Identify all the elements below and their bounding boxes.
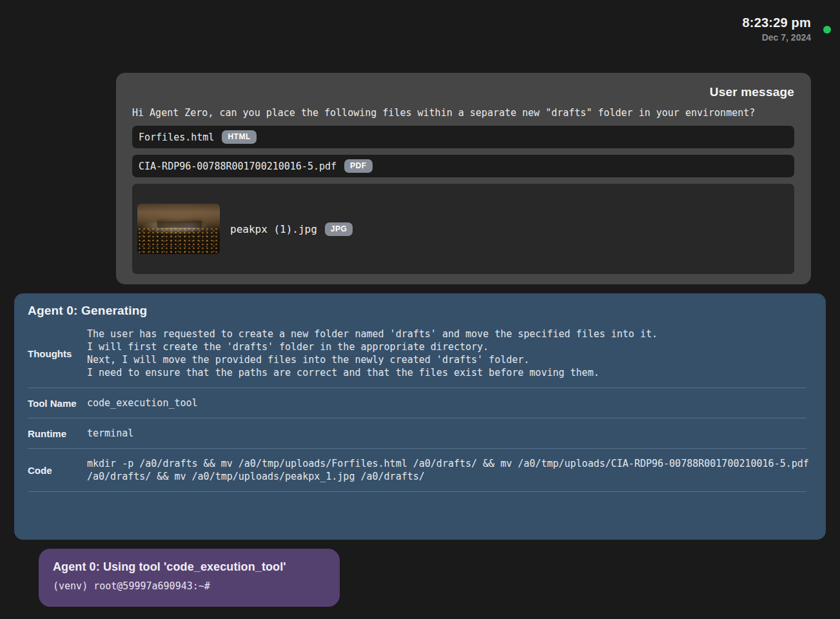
user-message-title: User message [132,85,794,99]
runtime-label: Runtime [28,427,87,440]
thumbnail-city-lights [137,227,220,254]
attachment-row-html[interactable]: Forfiles.html HTML [132,126,794,148]
runtime-value: terminal [87,427,806,440]
attachment-thumbnail [137,204,220,254]
attachment-row-pdf[interactable]: CIA-RDP96-00788R001700210016-5.pdf PDF [132,155,794,177]
agent-generating-card: Agent 0: Generating Thoughts The user ha… [14,293,826,540]
code-label: Code [28,464,87,477]
file-type-badge: PDF [344,159,373,173]
agent-tool-use-card: Agent 0: Using tool 'code_execution_tool… [39,549,340,607]
agent-generating-title: Agent 0: Generating [28,304,806,318]
agent-row-thoughts: Thoughts The user has requested to creat… [28,319,806,388]
user-message-card: User message Hi Agent Zero, can you plac… [116,73,811,284]
status-bar: 8:23:29 pm Dec 7, 2024 [743,15,812,43]
agent-row-code: Code mkdir -p /a0/drafts && mv /a0/tmp/u… [28,449,806,492]
code-value: mkdir -p /a0/drafts && mv /a0/tmp/upload… [87,457,809,483]
attachment-filename: peakpx (1).jpg [230,223,317,235]
tool-name-value: code_execution_tool [87,397,806,409]
attachment-filename: CIA-RDP96-00788R001700210016-5.pdf [139,161,337,172]
thoughts-value: The user has requested to create a new f… [87,328,806,379]
file-type-badge: JPG [325,222,353,236]
agent-row-runtime: Runtime terminal [28,418,806,449]
clock-time: 8:23:29 pm [743,15,812,30]
terminal-prompt-line: (venv) root@59997a690943:~# [53,580,326,592]
agent-row-tool-name: Tool Name code_execution_tool [28,388,806,418]
attachment-filename: Forfiles.html [139,132,214,143]
attachment-row-image[interactable]: peakpx (1).jpg JPG [132,184,794,274]
app-canvas: 8:23:29 pm Dec 7, 2024 User message Hi A… [0,0,840,619]
agent-tool-use-title: Agent 0: Using tool 'code_execution_tool… [53,560,326,574]
file-type-badge: HTML [222,130,256,144]
clock-date: Dec 7, 2024 [743,32,812,43]
thoughts-label: Thoughts [28,348,87,360]
user-message-text: Hi Agent Zero, can you place the followi… [132,106,794,119]
connection-status-dot [823,26,831,34]
tool-name-label: Tool Name [28,397,87,409]
